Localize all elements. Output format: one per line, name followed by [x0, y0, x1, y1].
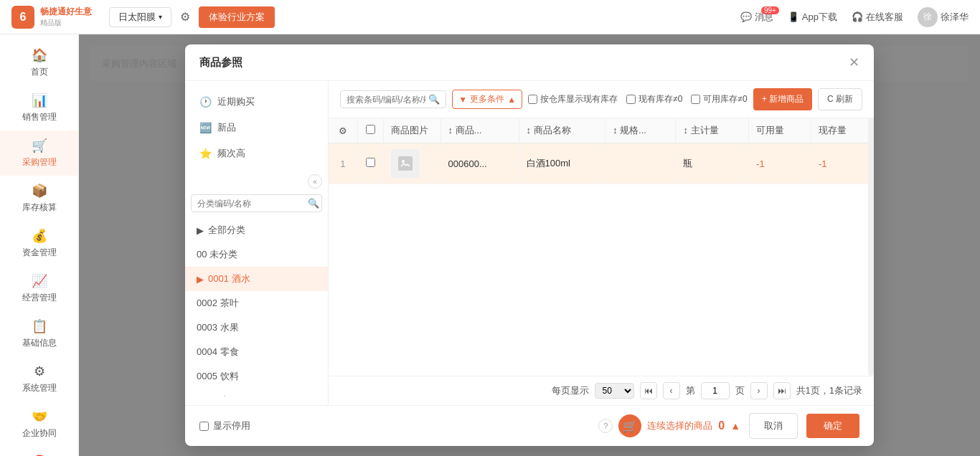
checkbox-current[interactable]: 现有库存≠0 [626, 93, 682, 105]
col-spec[interactable]: ↕ 规格... [605, 118, 675, 143]
col-settings[interactable]: ⚙ [329, 118, 357, 143]
sidebar-item-home[interactable]: 🏠 首页 [0, 40, 78, 85]
product-search-input[interactable] [347, 95, 425, 105]
category-all[interactable]: ▶ 全部分类 [185, 218, 328, 242]
left-panel: 🕐 近期购买 🆕 新品 ⭐ 频次高 [185, 81, 329, 405]
prev-page-btn[interactable]: ‹ [663, 382, 680, 399]
first-page-btn[interactable]: ⏮ [640, 382, 657, 399]
modal-header: 商品参照 ✕ [185, 44, 874, 81]
sidebar-item-sales[interactable]: 📊 销售管理 [0, 85, 78, 130]
last-page-btn[interactable]: ⏭ [773, 382, 791, 399]
filter-checkboxes: 按仓库显示现有库存 现有库存≠0 可用库存≠0 [528, 93, 748, 105]
modal-footer: 显示停用 ? 🛒 连续选择的商品 0 ▲ 取消 确定 [185, 405, 874, 446]
row-checkbox[interactable] [357, 143, 383, 184]
modal-body: 🕐 近期购买 🆕 新品 ⭐ 频次高 [185, 81, 874, 405]
search-wrap: 🔍 [340, 90, 446, 108]
phone-icon: 📱 [788, 11, 799, 22]
scrollbar[interactable] [868, 118, 874, 376]
col-name[interactable]: ↕ 商品名称 [519, 118, 605, 143]
category-0003[interactable]: 0003 水果 [185, 315, 328, 340]
sidebar-item-purchase[interactable]: 🛒 采购管理 [0, 130, 78, 176]
star-icon: ⭐ [199, 148, 212, 159]
search-icon: 🔍 [428, 94, 440, 105]
cancel-btn[interactable]: 取消 [749, 413, 798, 439]
category-0002[interactable]: 0002 茶叶 [185, 291, 328, 315]
pagination: 每页显示 50 10 20 100 ⏮ ‹ 第 页 [329, 376, 874, 405]
row-unit: 瓶 [676, 143, 749, 184]
purchase-icon: 🛒 [32, 138, 47, 153]
nav-right: 💬 消息 99+ 📱 App下载 🎧 在线客服 徐 徐泽华 [740, 7, 969, 27]
main-layout: 🏠 首页 📊 销售管理 🛒 采购管理 📦 库存核算 💰 资金管理 📈 经营管理 … [0, 34, 980, 456]
enterprise-icon: 🤝 [32, 409, 47, 424]
sidebar-item-guide[interactable]: 🎯 新手引导 [0, 447, 78, 456]
checkbox-warehouse[interactable]: 按仓库显示现有库存 [528, 93, 618, 105]
svg-rect-0 [398, 156, 413, 171]
category-0005[interactable]: 0005 饮料 [185, 364, 328, 389]
store-selector[interactable]: 日太阳膜 ▾ [109, 7, 171, 27]
action-btns: + 新增商品 C 刷新 [753, 88, 862, 110]
gear-icon[interactable]: ⚙ [180, 10, 190, 24]
show-disabled-checkbox[interactable]: 显示停用 [199, 419, 250, 432]
confirm-btn[interactable]: 确定 [806, 414, 859, 438]
arrow-icon: ▶ [197, 274, 204, 285]
online-service-btn[interactable]: 🎧 在线客服 [852, 11, 903, 24]
help-icon[interactable]: ? [598, 419, 613, 433]
page-input[interactable] [701, 382, 730, 399]
row-name: 白酒100ml [519, 143, 605, 184]
category-0004[interactable]: 0004 零食 [185, 340, 328, 364]
sidebar-item-finance[interactable]: 💰 资金管理 [0, 221, 78, 266]
refresh-btn[interactable]: C 刷新 [818, 88, 862, 110]
app-download-btn[interactable]: 📱 App下载 [788, 11, 837, 24]
row-seq: 1 [329, 143, 357, 184]
messages-btn[interactable]: 💬 消息 99+ [740, 11, 773, 24]
category-0008[interactable]: 0008 水 [185, 389, 328, 396]
avatar: 徐 [918, 7, 938, 27]
inventory-icon: 📦 [32, 183, 47, 199]
search-icon: 🔍 [308, 198, 319, 209]
col-code[interactable]: ↕ 商品... [440, 118, 519, 143]
user-menu[interactable]: 徐 徐泽华 [918, 7, 969, 27]
basic-icon: 📋 [32, 318, 47, 334]
row-available: -1 [749, 143, 811, 184]
table-wrap: ⚙ 商品图片 ↕ 商品... ↕ 商品名称 ↕ 规格... ↕ 主计量 可用量 [329, 118, 874, 376]
sidebar-item-inventory[interactable]: 📦 库存核算 [0, 176, 78, 221]
sales-icon: 📊 [32, 92, 47, 108]
logo-text: 畅捷通好生意 精品版 [40, 6, 92, 28]
tab-frequent[interactable]: ⭐ 频次高 [191, 141, 322, 166]
cart-count: 0 [718, 419, 725, 432]
add-product-btn[interactable]: + 新增商品 [753, 88, 812, 110]
sidebar-item-basic[interactable]: 📋 基础信息 [0, 311, 78, 356]
right-panel: 🔍 ▼ 更多条件 ▲ 按仓库显示现有库存 [329, 81, 874, 405]
trial-btn[interactable]: 体验行业方案 [199, 6, 275, 28]
product-thumbnail [391, 149, 420, 178]
category-list: ▶ 全部分类 00 未分类 ▶ 0001 酒水 0002 茶 [185, 218, 328, 396]
category-0001[interactable]: ▶ 0001 酒水 [185, 267, 328, 291]
table-row[interactable]: 1 000600... 白酒100ml [329, 143, 874, 184]
category-search-input[interactable] [197, 199, 305, 209]
col-stock: 现存量 [811, 118, 874, 143]
finance-icon: 💰 [32, 228, 47, 244]
more-filter-btn[interactable]: ▼ 更多条件 ▲ [452, 90, 522, 109]
sidebar-item-system[interactable]: ⚙ 系统管理 [0, 356, 78, 402]
col-available: 可用量 [749, 118, 811, 143]
select-all-checkbox[interactable] [366, 125, 375, 134]
close-icon[interactable]: ✕ [849, 54, 859, 70]
sidebar-item-enterprise[interactable]: 🤝 企业协同 [0, 402, 78, 447]
checkbox-available[interactable]: 可用库存≠0 [691, 93, 747, 105]
category-search-wrap: 🔍 [191, 194, 322, 212]
clock-icon: 🕐 [199, 96, 212, 108]
tab-new[interactable]: 🆕 新品 [191, 115, 322, 140]
collapse-icon[interactable]: ▲ [730, 420, 740, 432]
per-page-select[interactable]: 50 10 20 100 [595, 383, 634, 399]
tab-recent[interactable]: 🕐 近期购买 [191, 90, 322, 114]
modal-title: 商品参照 [199, 56, 242, 70]
cart-icon[interactable]: 🛒 [618, 414, 641, 437]
product-table: ⚙ 商品图片 ↕ 商品... ↕ 商品名称 ↕ 规格... ↕ 主计量 可用量 [329, 118, 874, 184]
category-00[interactable]: 00 未分类 [185, 242, 328, 267]
collapse-btn[interactable]: « [308, 174, 322, 189]
filter-icon: ▼ [458, 95, 467, 105]
chevron-down-icon: ▾ [159, 13, 162, 21]
sidebar-item-business[interactable]: 📈 经营管理 [0, 266, 78, 311]
col-unit[interactable]: ↕ 主计量 [676, 118, 749, 143]
next-page-btn[interactable]: › [750, 382, 768, 399]
